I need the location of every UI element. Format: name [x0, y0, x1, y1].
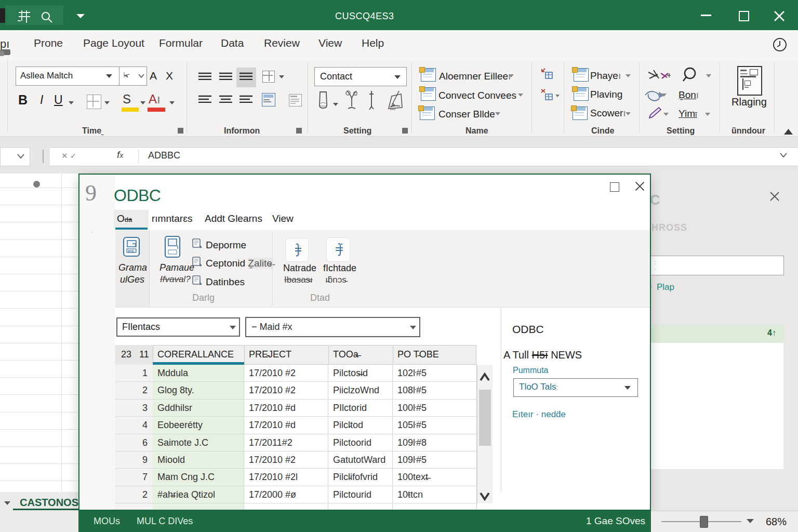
svg-text:BTE: BTE — [128, 250, 134, 253]
svg-text:ʟᴀᴜ: ʟᴀᴜ — [390, 107, 395, 111]
